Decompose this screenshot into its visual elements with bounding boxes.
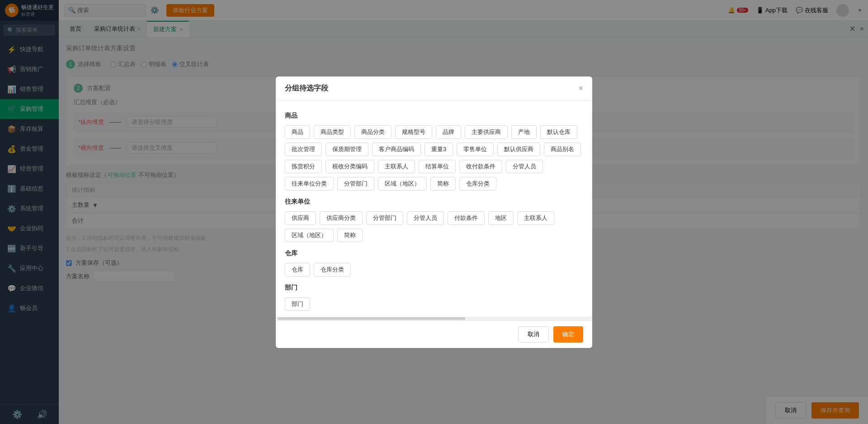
modal-close-button[interactable]: ×	[578, 84, 583, 92]
field-chip-0-4[interactable]: 品牌	[436, 125, 461, 139]
modal-confirm-button[interactable]: 确定	[553, 326, 583, 343]
modal-body[interactable]: 商品商品商品类型商品分类规格型号品牌主要供应商产地默认仓库批次管理保质期管理客户…	[276, 101, 592, 317]
modal-dialog: 分组待选字段 × 商品商品商品类型商品分类规格型号品牌主要供应商产地默认仓库批次…	[276, 76, 592, 348]
field-chip-1-6[interactable]: 主联系人	[517, 211, 554, 225]
modal-cancel-button[interactable]: 取消	[518, 326, 549, 343]
field-chip-0-10[interactable]: 客户商品编码	[372, 143, 421, 156]
field-chip-1-5[interactable]: 地区	[488, 211, 514, 225]
field-chip-0-16[interactable]: 税收分类编码	[326, 160, 374, 173]
field-chip-2-1[interactable]: 仓库分类	[314, 263, 351, 276]
modal-section-chips-2: 仓库仓库分类	[285, 263, 583, 276]
field-chip-0-15[interactable]: 拣货积分	[285, 160, 322, 173]
field-chip-0-0[interactable]: 商品	[285, 125, 310, 139]
field-chip-1-2[interactable]: 分管部门	[366, 211, 403, 225]
field-chip-0-14[interactable]: 商品别名	[544, 143, 581, 156]
field-chip-0-1[interactable]: 商品类型	[314, 125, 351, 139]
field-chip-0-7[interactable]: 默认仓库	[540, 125, 577, 139]
field-chip-0-21[interactable]: 往来单位分类	[285, 177, 334, 191]
modal-section-title-1: 往来单位	[285, 198, 583, 206]
field-chip-0-12[interactable]: 零售单位	[457, 143, 494, 156]
field-chip-1-0[interactable]: 供应商	[285, 211, 316, 225]
field-chip-1-8[interactable]: 简称	[337, 229, 363, 242]
field-chip-1-4[interactable]: 付款条件	[448, 211, 485, 225]
hscroll-thumb	[278, 317, 465, 320]
field-chip-0-23[interactable]: 区域（地区）	[378, 177, 427, 191]
field-chip-0-19[interactable]: 收付款条件	[459, 160, 502, 173]
field-chip-0-8[interactable]: 批次管理	[285, 143, 322, 156]
field-chip-0-25[interactable]: 仓库分类	[459, 177, 496, 191]
field-chip-0-18[interactable]: 结算单位	[419, 160, 456, 173]
modal-section-title-2: 仓库	[285, 249, 583, 257]
modal-footer: 取消 确定	[276, 320, 592, 348]
field-chip-1-7[interactable]: 区域（地区）	[285, 229, 334, 242]
field-chip-0-2[interactable]: 商品分类	[354, 125, 392, 139]
field-chip-0-13[interactable]: 默认供应商	[497, 143, 540, 156]
field-chip-1-1[interactable]: 供应商分类	[320, 211, 363, 225]
field-chip-0-11[interactable]: 重量3	[425, 143, 453, 156]
modal-section-title-3: 部门	[285, 284, 583, 292]
field-chip-2-0[interactable]: 仓库	[285, 263, 310, 276]
field-chip-0-22[interactable]: 分管部门	[337, 177, 374, 191]
field-chip-0-6[interactable]: 产地	[511, 125, 537, 139]
modal-section-chips-0: 商品商品类型商品分类规格型号品牌主要供应商产地默认仓库批次管理保质期管理客户商品…	[285, 125, 583, 191]
field-chip-0-17[interactable]: 主联系人	[378, 160, 415, 173]
modal-section-chips-1: 供应商供应商分类分管部门分管人员付款条件地区主联系人区域（地区）简称	[285, 211, 583, 242]
field-chip-3-0[interactable]: 部门	[285, 297, 310, 311]
field-chip-0-5[interactable]: 主要供应商	[465, 125, 508, 139]
modal-horizontal-scrollbar[interactable]	[276, 317, 592, 320]
modal-title: 分组待选字段	[285, 84, 328, 93]
modal-section-title-0: 商品	[285, 112, 583, 120]
field-chip-0-9[interactable]: 保质期管理	[326, 143, 368, 156]
modal-header: 分组待选字段 ×	[276, 76, 592, 101]
field-chip-0-3[interactable]: 规格型号	[395, 125, 432, 139]
modal-overlay: 分组待选字段 × 商品商品商品类型商品分类规格型号品牌主要供应商产地默认仓库批次…	[0, 0, 868, 424]
modal-section-chips-3: 部门	[285, 297, 583, 311]
field-chip-0-20[interactable]: 分管人员	[506, 160, 543, 173]
field-chip-1-3[interactable]: 分管人员	[407, 211, 444, 225]
field-chip-0-24[interactable]: 简称	[430, 177, 456, 191]
